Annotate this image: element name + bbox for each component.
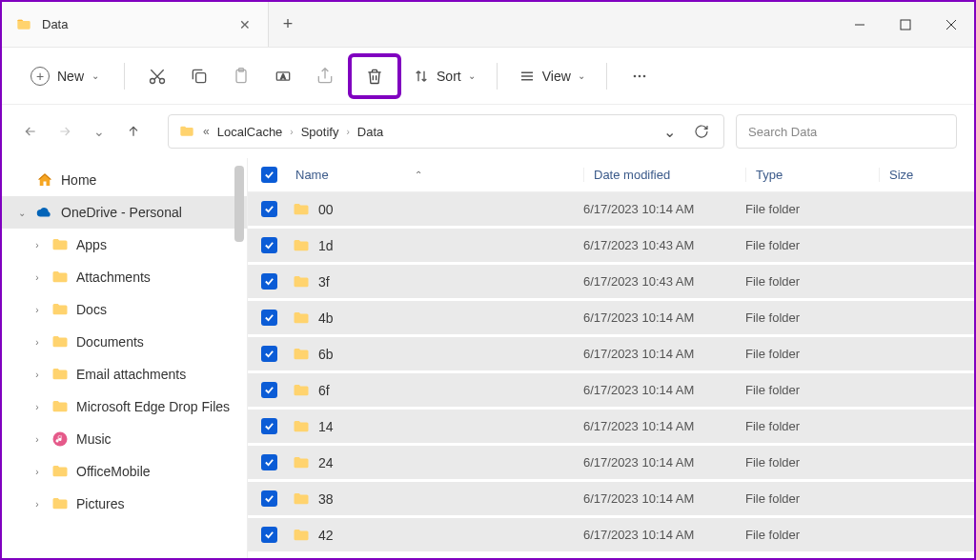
new-button[interactable]: + New ⌄ <box>19 61 111 91</box>
row-checkbox[interactable] <box>248 346 290 362</box>
file-row[interactable]: 38 6/17/2023 10:14 AM File folder <box>248 482 974 518</box>
breadcrumb-overflow[interactable]: « <box>203 125 210 138</box>
folder-icon <box>293 310 310 327</box>
file-row[interactable]: 6f 6/17/2023 10:14 AM File folder <box>248 373 974 410</box>
sidebar-item-label: Pictures <box>76 496 125 511</box>
folder-icon <box>293 346 310 363</box>
row-checkbox[interactable] <box>248 273 290 290</box>
file-type: File folder <box>745 238 879 252</box>
file-name: 3f <box>318 274 330 290</box>
sidebar-item-email-attachments[interactable]: ›Email attachments <box>2 358 247 390</box>
folder-icon <box>293 237 310 254</box>
file-row[interactable]: 00 6/17/2023 10:14 AM File folder <box>248 192 974 229</box>
row-checkbox[interactable] <box>248 418 290 434</box>
breadcrumb-segment[interactable]: Spotify <box>301 125 339 139</box>
folder-icon <box>51 301 69 318</box>
file-row[interactable]: 4b 6/17/2023 10:14 AM File folder <box>248 301 974 337</box>
file-row[interactable]: 42 6/17/2023 10:14 AM File folder <box>248 518 974 554</box>
row-checkbox[interactable] <box>248 310 290 326</box>
divider <box>606 63 607 90</box>
tab-title: Data <box>42 17 226 31</box>
column-name[interactable]: Name⌃ <box>290 168 583 182</box>
search-input[interactable]: Search Data <box>736 114 957 149</box>
breadcrumb-segment[interactable]: Data <box>357 125 383 139</box>
sidebar-item-onedrive---personal[interactable]: ⌄OneDrive - Personal <box>2 196 247 229</box>
file-type: File folder <box>745 383 879 397</box>
row-checkbox[interactable] <box>248 490 290 507</box>
chevron-icon: › <box>30 272 44 283</box>
tab-close-button[interactable]: ✕ <box>235 13 254 36</box>
sort-label: Sort <box>437 69 461 84</box>
folder-icon <box>293 382 310 399</box>
select-all-checkbox[interactable] <box>248 167 290 183</box>
file-name: 6f <box>318 383 330 398</box>
chevron-icon: › <box>30 467 44 477</box>
new-tab-button[interactable]: + <box>269 2 307 47</box>
cut-button[interactable] <box>138 57 176 95</box>
copy-button[interactable] <box>180 57 218 95</box>
chevron-icon: › <box>30 370 44 380</box>
breadcrumb-segment[interactable]: LocalCache <box>217 125 283 139</box>
sidebar-item-docs[interactable]: ›Docs <box>2 293 247 326</box>
row-checkbox[interactable] <box>248 454 290 470</box>
cloud-icon <box>36 204 53 221</box>
column-size[interactable]: Size <box>879 168 974 182</box>
active-tab[interactable]: Data ✕ <box>2 2 269 47</box>
recent-dropdown[interactable]: ⌄ <box>88 120 111 143</box>
address-dropdown[interactable]: ⌄ <box>657 123 681 141</box>
more-button[interactable] <box>620 57 659 95</box>
sidebar-item-label: Apps <box>76 237 107 252</box>
sidebar-item-music[interactable]: ›Music <box>2 423 247 455</box>
file-row[interactable]: 1d 6/17/2023 10:43 AM File folder <box>248 229 974 265</box>
close-button[interactable] <box>928 2 974 47</box>
sidebar-item-label: Home <box>61 172 96 188</box>
file-name: 4b <box>318 310 334 326</box>
folder-icon <box>293 201 310 218</box>
row-checkbox[interactable] <box>248 382 290 398</box>
svg-point-5 <box>160 78 165 83</box>
file-row[interactable]: 14 6/17/2023 10:14 AM File folder <box>248 410 974 446</box>
rename-button[interactable]: A <box>264 57 302 95</box>
file-row[interactable]: 24 6/17/2023 10:14 AM File folder <box>248 446 974 482</box>
scrollbar[interactable] <box>234 166 244 242</box>
file-date: 6/17/2023 10:43 AM <box>583 274 745 289</box>
folder-icon <box>15 16 32 33</box>
folder-icon <box>51 236 69 253</box>
delete-button[interactable] <box>348 53 401 99</box>
sidebar-item-attachments[interactable]: ›Attachments <box>2 261 247 293</box>
folder-icon <box>293 273 310 290</box>
folder-icon <box>293 490 310 508</box>
row-checkbox[interactable] <box>248 201 290 217</box>
refresh-button[interactable] <box>689 124 714 139</box>
back-button[interactable] <box>19 120 42 143</box>
sort-button[interactable]: Sort ⌄ <box>405 62 483 90</box>
file-row[interactable]: 3f 6/17/2023 10:43 AM File folder <box>248 265 974 301</box>
sidebar-item-pictures[interactable]: ›Pictures <box>2 488 247 520</box>
sidebar-item-home[interactable]: Home <box>2 164 247 196</box>
file-type: File folder <box>745 528 879 542</box>
address-bar[interactable]: « LocalCache›Spotify›Data ⌄ <box>168 114 724 149</box>
sidebar-item-apps[interactable]: ›Apps <box>2 229 247 261</box>
file-row[interactable]: 6b 6/17/2023 10:14 AM File folder <box>248 337 974 373</box>
row-checkbox[interactable] <box>248 527 290 543</box>
svg-point-15 <box>638 74 640 77</box>
share-button[interactable] <box>306 57 344 95</box>
svg-point-4 <box>151 78 155 83</box>
sidebar-item-label: OneDrive - Personal <box>61 205 182 220</box>
up-button[interactable] <box>122 120 145 143</box>
column-type[interactable]: Type <box>745 168 879 182</box>
minimize-button[interactable] <box>837 2 883 47</box>
sidebar-item-microsoft-edge-drop-files[interactable]: ›Microsoft Edge Drop Files <box>2 390 247 423</box>
file-date: 6/17/2023 10:14 AM <box>583 202 745 216</box>
sidebar-item-documents[interactable]: ›Documents <box>2 326 247 358</box>
row-checkbox[interactable] <box>248 237 290 253</box>
folder-icon <box>293 418 310 435</box>
chevron-icon: ⌄ <box>15 208 29 218</box>
maximize-button[interactable] <box>883 2 928 47</box>
list-icon <box>518 68 536 85</box>
view-button[interactable]: View ⌄ <box>511 62 593 90</box>
forward-button[interactable] <box>53 120 76 143</box>
sidebar-item-officemobile[interactable]: ›OfficeMobile <box>2 455 247 488</box>
column-date[interactable]: Date modified <box>583 168 745 182</box>
paste-button[interactable] <box>222 57 260 95</box>
